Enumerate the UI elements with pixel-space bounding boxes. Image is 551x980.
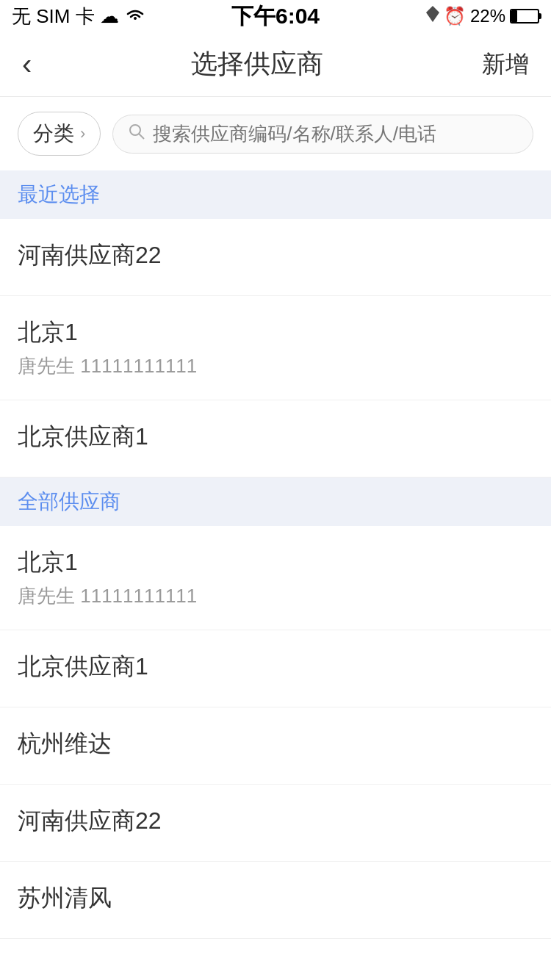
- nav-bar: ‹ 选择供应商 新增: [0, 32, 551, 97]
- all-items-list: 北京1唐先生 11111111111北京供应商1杭州维达河南供应商22苏州清风: [0, 526, 551, 939]
- status-time: 下午6:04: [231, 1, 320, 32]
- item-name: 北京供应商1: [18, 651, 533, 683]
- list-item[interactable]: 北京1唐先生 11111111111: [0, 296, 551, 400]
- battery-percent: 22%: [470, 6, 505, 26]
- search-box[interactable]: [112, 115, 533, 154]
- chevron-right-icon: ›: [80, 124, 85, 143]
- alarm-icon: ⏰: [444, 6, 466, 26]
- list-item[interactable]: 北京供应商1: [0, 630, 551, 707]
- svg-point-0: [130, 125, 140, 135]
- item-name: 苏州清风: [18, 882, 533, 915]
- category-filter[interactable]: 分类 ›: [18, 112, 101, 156]
- item-name: 北京供应商1: [18, 421, 533, 453]
- status-right: ⏰ 22%: [426, 6, 539, 26]
- all-section-label: 全部供应商: [18, 490, 120, 513]
- back-button[interactable]: ‹: [22, 48, 32, 81]
- add-button[interactable]: 新增: [482, 48, 529, 81]
- list-item[interactable]: 苏州清风: [0, 862, 551, 939]
- list-item[interactable]: 北京供应商1: [0, 400, 551, 478]
- list-item[interactable]: 河南供应商22: [0, 785, 551, 862]
- item-name: 北京1: [18, 547, 533, 579]
- recent-section-label: 最近选择: [18, 183, 100, 206]
- item-name: 杭州维达: [18, 728, 533, 760]
- battery-icon: [510, 9, 539, 24]
- sim-label: 无 SIM 卡 ☁: [12, 4, 119, 29]
- recent-section-header: 最近选择: [0, 170, 551, 219]
- wifi-icon: [125, 5, 145, 28]
- item-name: 北京1: [18, 317, 533, 349]
- list-item[interactable]: 河南供应商22: [0, 219, 551, 296]
- status-left: 无 SIM 卡 ☁: [12, 4, 145, 29]
- list-item[interactable]: 北京1唐先生 11111111111: [0, 526, 551, 630]
- filter-bar: 分类 ›: [0, 97, 551, 170]
- item-name: 河南供应商22: [18, 805, 533, 837]
- status-bar: 无 SIM 卡 ☁ 下午6:04 ⏰ 22%: [0, 0, 551, 32]
- svg-line-1: [139, 134, 144, 139]
- item-name: 河南供应商22: [18, 239, 533, 272]
- all-section-header: 全部供应商: [0, 478, 551, 526]
- item-sub: 唐先生 11111111111: [18, 353, 533, 379]
- recent-items-list: 河南供应商22北京1唐先生 11111111111北京供应商1: [0, 219, 551, 478]
- search-icon: [128, 123, 145, 145]
- item-sub: 唐先生 11111111111: [18, 583, 533, 609]
- page-title: 选择供应商: [191, 46, 323, 82]
- category-label: 分类: [33, 120, 74, 148]
- list-item[interactable]: 杭州维达: [0, 707, 551, 785]
- location-icon: [426, 6, 439, 26]
- search-input[interactable]: [153, 123, 518, 145]
